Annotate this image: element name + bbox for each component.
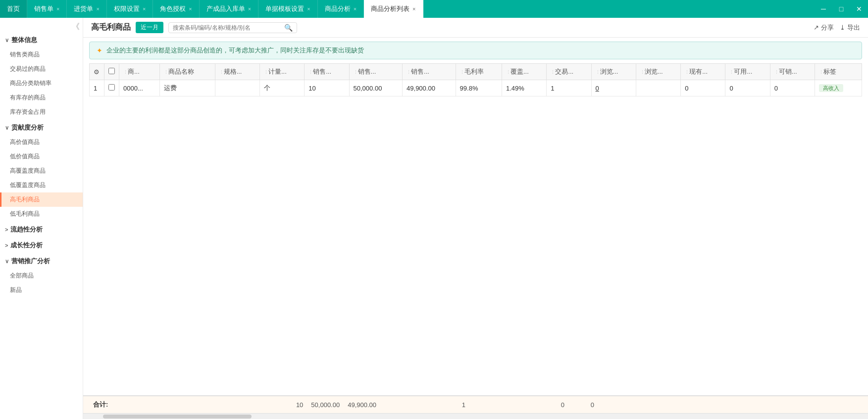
nav-item-8[interactable]: 商品分析列表× [364, 0, 423, 18]
scrollbar-thumb[interactable] [103, 415, 252, 419]
settings-icon[interactable]: ⚙ [94, 68, 100, 76]
search-input[interactable] [173, 24, 284, 31]
col-sort-gross_margin: ⋮ [460, 70, 464, 75]
col-sort-views1: ⋮ [596, 70, 600, 75]
col-sort-sales_amount: ⋮ [354, 70, 358, 75]
cell-checkbox[interactable] [104, 80, 119, 96]
sidebar-item-0-0[interactable]: 销售类商品 [0, 47, 83, 62]
sidebar-item-0-3[interactable]: 有库存的商品 [0, 91, 83, 105]
col-header-sales_qty[interactable]: ⋮销售... [305, 64, 349, 80]
nav-item-6[interactable]: 单据模板设置× [258, 0, 317, 18]
sidebar-group-0[interactable]: ∨整体信息 [0, 32, 83, 47]
nav-close-6[interactable]: × [307, 6, 310, 12]
nav-item-4[interactable]: 角色授权× [153, 0, 199, 18]
cell-unit: 个 [259, 80, 304, 96]
col-header-name[interactable]: ⋮商品名称 [159, 64, 215, 80]
page-title: 高毛利商品 [91, 22, 131, 33]
col-header-views1[interactable]: ⋮浏览... [591, 64, 636, 80]
nav-item-0[interactable]: 首页 [0, 0, 27, 18]
info-icon: ✦ [97, 47, 102, 54]
table-container[interactable]: ⚙⋮商...⋮商品名称⋮规格...⋮计量...⋮销售...⋮销售...⋮销售..… [83, 63, 868, 395]
sidebar-item-0-1[interactable]: 交易过的商品 [0, 62, 83, 76]
header-actions: ↗ 分享 ⤓ 导出 [814, 23, 860, 32]
nav-close-3[interactable]: × [143, 6, 146, 12]
col-header-sales_profit[interactable]: ⋮销售... [403, 64, 456, 80]
col-header-coverage[interactable]: ⋮覆盖... [502, 64, 546, 80]
share-button[interactable]: ↗ 分享 [814, 23, 834, 32]
col-sort-sales_qty: ⋮ [308, 70, 313, 75]
col-header-sales_amount[interactable]: ⋮销售... [349, 64, 403, 80]
cell-current_stock: 0 [681, 80, 725, 96]
sidebar-item-1-4[interactable]: 高毛利商品 [0, 192, 83, 207]
nav-item-2[interactable]: 进货单× [67, 0, 106, 18]
minimize-button[interactable]: ─ [815, 0, 832, 18]
sidebar-item-1-1[interactable]: 低价值商品 [0, 149, 83, 164]
views1-link[interactable]: 0 [596, 85, 599, 92]
sidebar-group-3[interactable]: >成长性分析 [0, 237, 83, 253]
nav-close-4[interactable]: × [189, 6, 192, 12]
col-header-tag[interactable]: ⋮标签 [815, 64, 862, 80]
col-sort-current_stock: ⋮ [685, 70, 689, 75]
cell-available: 0 [725, 80, 770, 96]
col-header-saleable[interactable]: ⋮可销... [770, 64, 815, 80]
share-icon: ↗ [814, 24, 819, 31]
nav-close-7[interactable]: × [354, 6, 357, 12]
col-header-trade[interactable]: ⋮交易... [547, 64, 591, 80]
col-header-unit[interactable]: ⋮计量... [259, 64, 304, 80]
sidebar-arrow-3: > [5, 242, 8, 248]
col-header-views2[interactable]: ⋮浏览... [636, 64, 680, 80]
col-sort-coverage: ⋮ [506, 70, 511, 75]
col-header-checkbox[interactable] [104, 64, 119, 80]
nav-item-3[interactable]: 权限设置× [107, 0, 153, 18]
search-icon[interactable]: 🔍 [284, 24, 293, 32]
nav-close-1[interactable]: × [56, 6, 59, 12]
sidebar-item-1-3[interactable]: 低覆盖度商品 [0, 178, 83, 192]
sidebar-group-2[interactable]: >流趋性分析 [0, 221, 83, 237]
maximize-button[interactable]: □ [832, 0, 850, 18]
time-filter-button[interactable]: 近一月 [136, 22, 163, 33]
nav-close-8[interactable]: × [412, 6, 415, 12]
cell-views2 [636, 80, 680, 96]
sidebar-group-1[interactable]: ∨贡献度分析 [0, 119, 83, 135]
sidebar-item-1-0[interactable]: 高价值商品 [0, 135, 83, 149]
main-layout: 《 ∨整体信息销售类商品交易过的商品商品分类助销率有库存的商品库存资金占用∨贡献… [0, 18, 868, 419]
sidebar-item-0-4[interactable]: 库存资金占用 [0, 105, 83, 119]
sidebar-item-4-0[interactable]: 全部商品 [0, 269, 83, 283]
col-sort-unit: ⋮ [264, 70, 268, 75]
footer-trade: 1 [440, 401, 469, 409]
col-header-current_stock[interactable]: ⋮现有... [681, 64, 725, 80]
col-sort-saleable: ⋮ [774, 70, 779, 75]
col-header-gross_margin[interactable]: ⋮毛利率 [456, 64, 502, 80]
cell-coverage: 1.49% [502, 80, 546, 96]
sidebar-item-1-5[interactable]: 低毛利商品 [0, 207, 83, 221]
col-header-code[interactable]: ⋮商... [119, 64, 160, 80]
cell-tag[interactable]: 高收入 [815, 80, 862, 96]
nav-close-5[interactable]: × [248, 6, 251, 12]
nav-item-5[interactable]: 产成品入库单× [200, 0, 258, 18]
nav-close-2[interactable]: × [96, 6, 99, 12]
sidebar-arrow-1: ∨ [5, 125, 9, 131]
cell-spec [215, 80, 259, 96]
select-all-checkbox[interactable] [108, 68, 115, 74]
export-button[interactable]: ⤓ 导出 [840, 23, 860, 32]
nav-item-1[interactable]: 销售单× [27, 0, 67, 18]
sidebar: 《 ∨整体信息销售类商品交易过的商品商品分类助销率有库存的商品库存资金占用∨贡献… [0, 18, 83, 419]
col-sort-code: ⋮ [123, 70, 128, 75]
cell-views1[interactable]: 0 [591, 80, 636, 96]
nav-item-7[interactable]: 商品分析× [318, 0, 364, 18]
footer-totals: 合计: 10 50,000.00 49,900.00 1 0 0 [83, 395, 868, 413]
tag-badge: 高收入 [819, 84, 843, 92]
cell-code: 0000... [119, 80, 160, 96]
col-header-available[interactable]: ⋮可用... [725, 64, 770, 80]
sidebar-collapse-button[interactable]: 《 [72, 22, 80, 32]
col-header-spec[interactable]: ⋮规格... [215, 64, 259, 80]
footer-available: 0 [568, 401, 598, 409]
sidebar-group-4[interactable]: ∨营销推广分析 [0, 253, 83, 269]
close-window-button[interactable]: ✕ [850, 0, 868, 18]
sidebar-item-4-1[interactable]: 新品 [0, 283, 83, 297]
horizontal-scrollbar[interactable] [83, 413, 868, 419]
sidebar-item-1-2[interactable]: 高覆盖度商品 [0, 164, 83, 178]
cell-sales_amount: 50,000.00 [349, 80, 403, 96]
sidebar-item-0-2[interactable]: 商品分类助销率 [0, 76, 83, 91]
col-header-settings[interactable]: ⚙ [90, 64, 104, 80]
